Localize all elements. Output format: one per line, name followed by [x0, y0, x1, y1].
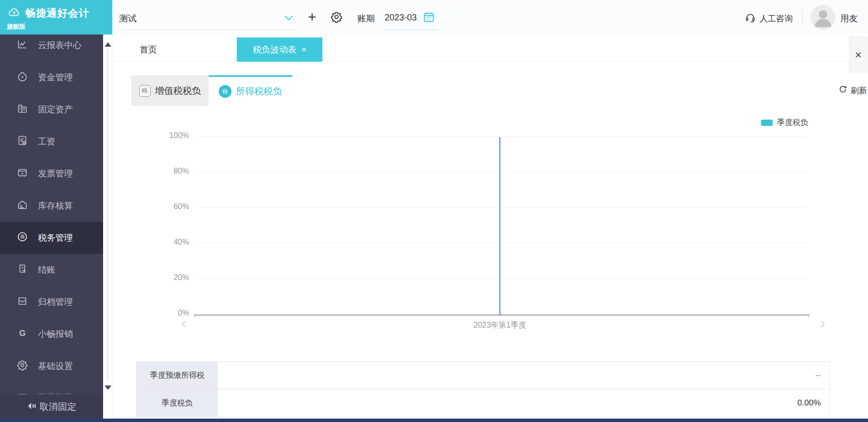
highlight-vline	[499, 137, 500, 315]
sidebar-item-tax-management[interactable]: 税税务管理	[0, 222, 103, 254]
invoice-icon: ¥	[17, 167, 28, 180]
gridline	[196, 172, 807, 172]
row-value: --	[218, 362, 830, 389]
g-logo-icon: G	[17, 327, 28, 341]
warehouse-icon	[17, 199, 28, 212]
top-header: 测试 + 账期 2023-03	[112, 0, 868, 35]
sidebar-item-salary[interactable]: ¥工资	[0, 125, 103, 158]
tab-label: 税负波动表	[253, 44, 297, 55]
income-tax-badge-icon: 税	[219, 85, 231, 98]
x-axis-line	[194, 315, 809, 316]
money-bag-icon: ¥	[17, 70, 28, 84]
sidebar-item-label: 资金管理	[38, 71, 73, 83]
y-axis-tick-label: 40%	[160, 238, 189, 246]
sidebar-item-label: 库存核算	[38, 200, 73, 211]
user-avatar[interactable]	[811, 5, 835, 30]
user-name[interactable]: 用友	[840, 13, 858, 24]
sidebar: 云报表中心¥资金管理固定资产¥工资¥发票管理库存核算税税务管理¥结账归档管理G小…	[0, 0, 103, 422]
window-tab-bar: 首页税务申报×税负波动表× ×	[112, 35, 868, 62]
scrollbar-track[interactable]	[107, 41, 108, 382]
sidebar-item-label: 工资	[38, 136, 55, 147]
add-account-button[interactable]: +	[308, 9, 317, 25]
unpin-label: 取消固定	[39, 401, 76, 413]
calendar-icon[interactable]	[423, 11, 435, 25]
subtab-vat-tax-burden[interactable]: 税增值税税负	[131, 75, 209, 106]
row-label: 季度税负	[137, 389, 218, 417]
closing-book-icon: ¥	[17, 263, 28, 277]
table-row: 季度预缴所得税--	[137, 362, 830, 389]
svg-text:¥: ¥	[21, 172, 23, 176]
sidebar-item-funds[interactable]: ¥资金管理	[0, 61, 103, 93]
tab-close-icon[interactable]: ×	[301, 45, 307, 55]
sidebar-item-closing[interactable]: ¥结账	[0, 254, 103, 286]
sidebar-item-label: 归档管理	[38, 296, 73, 308]
y-axis-tick-label: 60%	[160, 202, 189, 211]
sidebar-item-label: 税务管理	[38, 232, 73, 244]
quarter-summary-table: 季度预缴所得税--季度税负0.00%	[136, 361, 830, 417]
gridline	[196, 278, 807, 279]
gridline	[196, 207, 807, 208]
headset-icon	[744, 12, 756, 26]
row-value: 0.00%	[218, 389, 830, 417]
sidebar-scrollbar[interactable]	[103, 35, 112, 419]
scroll-up-icon[interactable]	[105, 42, 111, 47]
unpin-sidebar-button[interactable]: 取消固定	[0, 395, 103, 419]
main-content: 税增值税税负税所得税税负 刷新 季度税负 100%80%60%40%20%0%2…	[112, 62, 868, 422]
scroll-down-icon[interactable]	[105, 386, 111, 390]
sidebar-item-inventory[interactable]: 库存核算	[0, 190, 103, 222]
sidebar-item-label: 固定资产	[38, 104, 73, 115]
sidebar-item-archive[interactable]: 归档管理	[0, 286, 103, 318]
y-axis-tick-label: 100%	[160, 131, 189, 140]
brand-logo-block: ¥ 畅捷通好会计 旗舰版	[0, 0, 112, 35]
window-bottom-edge	[0, 419, 868, 422]
close-all-tabs-button[interactable]: ×	[855, 48, 862, 62]
svg-text:¥: ¥	[21, 75, 24, 79]
y-axis-tick-label: 20%	[160, 273, 189, 282]
row-label: 季度预缴所得税	[137, 362, 218, 389]
support-label: 人工咨询	[760, 13, 793, 24]
sidebar-item-settings[interactable]: 基础设置	[0, 350, 103, 382]
tab-home[interactable]: 首页	[119, 37, 177, 62]
tab-overflow-panel: ×	[850, 36, 868, 73]
svg-text:G: G	[19, 329, 25, 338]
chevron-down-icon[interactable]	[283, 15, 294, 23]
sidebar-item-label: 小畅报销	[38, 328, 73, 340]
cloud-logo-icon: ¥	[7, 6, 21, 20]
refresh-button[interactable]: 刷新	[838, 85, 867, 96]
brand-edition: 旗舰版	[7, 22, 26, 31]
y-axis-tick-label: 80%	[160, 167, 189, 176]
refresh-icon	[838, 85, 848, 96]
tab-tax-fluctuation[interactable]: 税负波动表×	[237, 37, 322, 62]
chart-next-icon[interactable]: ›	[820, 318, 825, 328]
sidebar-item-label: 基础设置	[38, 360, 73, 372]
building-icon	[17, 103, 28, 116]
period-value[interactable]: 2023-03	[385, 13, 417, 23]
legend-label: 季度税负	[777, 118, 808, 128]
salary-doc-icon: ¥	[17, 135, 28, 148]
x-axis-tick	[194, 315, 195, 317]
sidebar-item-label: 结账	[38, 264, 55, 276]
sidebar-item-fixed-assets[interactable]: 固定资产	[0, 93, 103, 125]
header-divider	[802, 11, 802, 23]
sidebar-item-invoices[interactable]: ¥发票管理	[0, 158, 103, 190]
account-underline	[119, 30, 298, 30]
report-chart-icon	[17, 38, 28, 52]
support-button[interactable]: 人工咨询	[744, 12, 793, 26]
tax-circle-icon: 税	[17, 231, 28, 245]
brand-name: 畅捷通好会计	[25, 6, 89, 20]
refresh-label: 刷新	[850, 85, 867, 96]
svg-text:税: 税	[20, 234, 25, 239]
chart-legend: 季度税负	[761, 118, 808, 128]
subtab-income-tax-burden[interactable]: 税所得税税负	[209, 75, 292, 106]
chart-prev-icon[interactable]: ‹	[181, 318, 186, 328]
svg-text:¥: ¥	[21, 266, 23, 269]
x-axis-tick	[809, 315, 809, 317]
sidebar-menu: 云报表中心¥资金管理固定资产¥工资¥发票管理库存核算税税务管理¥结账归档管理G小…	[0, 29, 103, 412]
settings-gear-icon[interactable]	[330, 11, 343, 25]
app-window: 云报表中心¥资金管理固定资产¥工资¥发票管理库存核算税税务管理¥结账归档管理G小…	[0, 0, 868, 422]
sidebar-item-label: 云报表中心	[38, 39, 82, 51]
sidebar-item-expense[interactable]: G小畅报销	[0, 318, 103, 350]
account-selector[interactable]: 测试	[119, 13, 137, 24]
gear-icon	[17, 359, 28, 373]
subtab-label: 增值税税负	[155, 85, 201, 97]
